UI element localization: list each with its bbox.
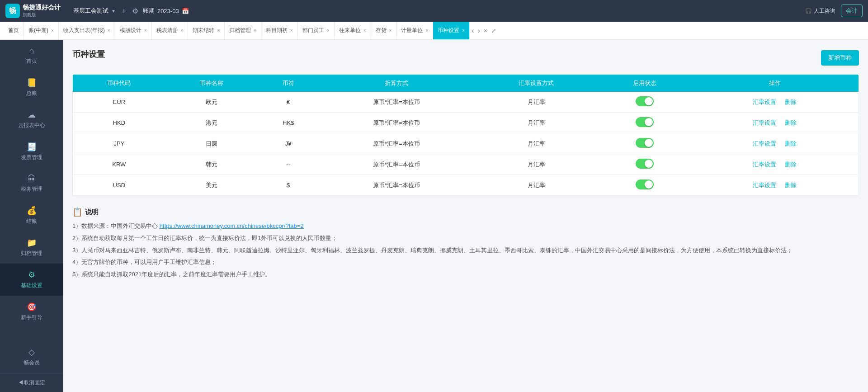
sidebar-label-tax: 税务管理 [21,185,42,193]
sidebar-item-member[interactable]: ◇ 畅会员 [0,341,63,373]
cell-code-2: JPY [73,133,165,154]
notice-title: 📋 说明 [72,207,859,217]
tab-home[interactable]: 首页 [4,22,24,40]
new-currency-button[interactable]: 新增币种 [821,50,859,66]
sidebar-item-basic[interactable]: ⚙ 基础设置 [0,264,63,296]
tab-close-all-button[interactable]: × [482,27,489,34]
col-calc: 折算方式 [319,75,474,92]
tab-subject-init[interactable]: 科目期初 × [261,22,298,40]
cell-toggle-0[interactable] [599,92,691,113]
rate-setting-link-1[interactable]: 汇率设置 [753,119,776,126]
tab-income-report-close[interactable]: × [108,28,110,33]
tab-ledger-mid[interactable]: 账(中期) × [24,22,59,40]
cell-code-4: USD [73,175,165,196]
tab-dept-staff-close[interactable]: × [327,28,330,33]
settings-icon[interactable]: ⚙ [132,7,138,15]
toggle-2[interactable] [636,138,654,148]
sidebar-label-basic: 基础设置 [21,282,42,289]
calendar-icon[interactable]: 📅 [182,8,189,14]
tab-tax-table[interactable]: 税表清册 × [152,22,189,40]
delete-link-3[interactable]: 删除 [785,161,797,168]
notice-item: 3）人民币对马来西亚林吉特、俄罗斯卢布、南非兰特、韩元、阿联酋迪拉姆、沙特里亚尔… [72,246,859,255]
cell-actions-0: 汇率设置 删除 [691,92,859,113]
tab-currency[interactable]: 币种设置 × [433,22,470,40]
delete-link-0[interactable]: 删除 [785,99,797,105]
top-bar-actions: 🎧 人工咨询 会计 [805,5,863,17]
notice-list: 1）数据来源：中国外汇交易中心 https://www.chinamoney.c… [72,222,859,279]
sidebar-item-home[interactable]: ⌂ 首页 [0,40,63,71]
tab-template[interactable]: 模版设计 × [115,22,152,40]
col-action: 操作 [691,75,859,92]
archive-icon: 📁 [27,238,37,248]
tab-inventory[interactable]: 存货 × [371,22,397,40]
tab-subject-init-close[interactable]: × [290,28,293,33]
main-layout: ⌂ 首页 📒 总账 ☁ 云报表中心 🧾 发票管理 🏛 税务管理 💰 结账 📁 归… [0,40,868,392]
tab-archive-close[interactable]: × [254,28,256,33]
tab-unit[interactable]: 计量单位 × [396,22,433,40]
cell-toggle-2[interactable] [599,133,691,154]
sidebar-item-reports[interactable]: ☁ 云报表中心 [0,104,63,136]
delete-link-2[interactable]: 删除 [785,140,797,147]
guide-icon: 🎯 [27,302,37,312]
tab-unit-close[interactable]: × [425,28,428,33]
tab-ledger-mid-close[interactable]: × [51,28,54,33]
rate-setting-link-0[interactable]: 汇率设置 [753,99,776,105]
sidebar-item-archive[interactable]: 📁 归档管理 [0,231,63,264]
toggle-3[interactable] [636,159,654,169]
cell-calc-3: 原币*汇率=本位币 [319,154,474,175]
cell-toggle-1[interactable] [599,113,691,133]
cell-rate-type-0: 月汇率 [474,92,599,113]
cell-actions-4: 汇率设置 删除 [691,175,859,196]
sidebar-item-guide[interactable]: 🎯 新手引导 [0,296,63,328]
workspace-selector[interactable]: 基层工会测试 ▼ [73,7,116,15]
tab-bar: 首页 账(中期) × 收入支出表(年报) × 模版设计 × 税表清册 × 期末结… [0,22,868,40]
cell-toggle-3[interactable] [599,154,691,175]
cell-calc-4: 原币*汇率=本位币 [319,175,474,196]
toggle-1[interactable] [636,117,654,127]
logo-area: 畅 畅捷通好会计 旗舰版 [5,4,69,18]
notice-link[interactable]: https://www.chinamoney.com.cn/chinese/bk… [160,222,304,229]
tab-prev-button[interactable]: ‹ [470,27,476,35]
tab-period-close-x[interactable]: × [217,28,220,33]
delete-link-4[interactable]: 删除 [785,182,797,189]
sidebar-pin-label: ◀取消固定 [18,379,45,387]
table-row: HKD 港元 HK$ 原币*汇率=本位币 月汇率 汇率设置 删除 [73,113,859,133]
tab-currency-close[interactable]: × [462,28,465,33]
headset-icon: 🎧 [805,8,812,14]
tab-dept-staff[interactable]: 部门员工 × [298,22,335,40]
tab-template-label: 模版设计 [120,27,142,34]
sidebar-item-invoice[interactable]: 🧾 发票管理 [0,136,63,168]
tab-period-close-label: 期末结转 [193,27,214,34]
tab-income-report[interactable]: 收入支出表(年报) × [59,22,115,40]
toggle-4[interactable] [636,179,654,189]
tab-counterparty-close[interactable]: × [363,28,366,33]
content-wrapper: 币种设置 新增币种 币种代码 币种名称 币符 折算方式 汇率设置方式 启用状态 … [72,49,859,279]
table-header-row: 币种代码 币种名称 币符 折算方式 汇率设置方式 启用状态 操作 [73,75,859,92]
account-button[interactable]: 会计 [841,5,863,17]
tab-counterparty[interactable]: 往来单位 × [335,22,371,40]
rate-setting-link-3[interactable]: 汇率设置 [753,161,776,168]
rate-setting-link-4[interactable]: 汇率设置 [753,182,776,189]
tab-period-close[interactable]: 期末结转 × [188,22,225,40]
col-name: 币种名称 [165,75,258,92]
tab-next-button[interactable]: › [476,27,481,35]
sidebar-item-tax[interactable]: 🏛 税务管理 [0,168,63,199]
rate-setting-link-2[interactable]: 汇率设置 [753,140,776,147]
tab-archive[interactable]: 归档管理 × [225,22,261,40]
logo-icon: 畅 [5,4,20,18]
add-workspace-button[interactable]: ＋ [120,6,127,16]
tab-inventory-close[interactable]: × [389,28,392,33]
sidebar-item-ledger[interactable]: 📒 总账 [0,71,63,104]
tab-maximize-button[interactable]: ⤢ [489,27,498,34]
delete-link-1[interactable]: 删除 [785,119,797,126]
notice-item: 2）系统自动获取每月第一个工作日的汇率标价，统一为直接标价法，即1外币可以兑换的… [72,234,859,243]
toggle-0[interactable] [636,96,654,106]
sidebar-item-settle[interactable]: 💰 结账 [0,199,63,231]
tab-template-close[interactable]: × [144,28,147,33]
support-button[interactable]: 🎧 人工咨询 [805,7,835,15]
cell-toggle-4[interactable] [599,175,691,196]
tab-tax-table-close[interactable]: × [181,28,184,33]
cell-calc-2: 原币*汇率=本位币 [319,133,474,154]
sidebar-pin-button[interactable]: ◀取消固定 [0,373,63,392]
tab-tax-table-label: 税表清册 [156,27,178,34]
